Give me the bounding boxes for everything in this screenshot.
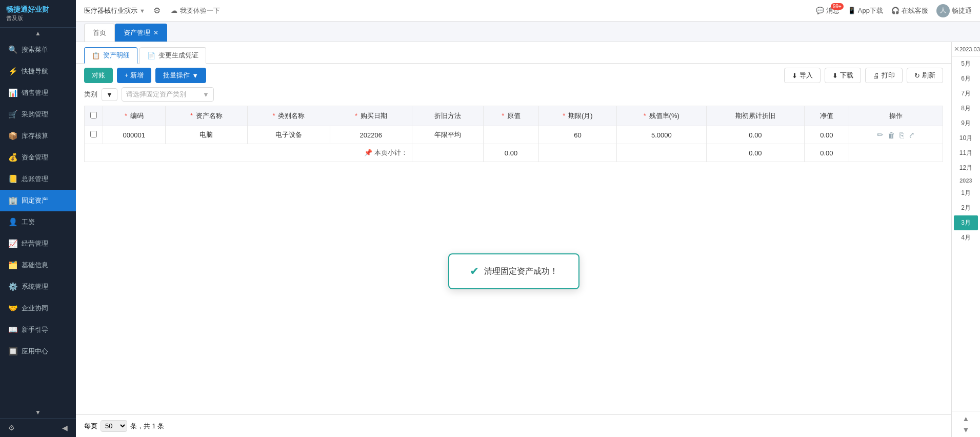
sidebar-item-operations[interactable]: 📈 经营管理: [0, 233, 76, 254]
sidebar-item-label: 新手引导: [22, 325, 48, 334]
category-select[interactable]: ▼: [102, 88, 117, 101]
header-depreciation-method: 折旧方法: [412, 106, 484, 126]
asset-table: * 编码 * 资产名称 * 类别名称: [84, 106, 943, 162]
sidebar-item-search[interactable]: 🔍 搜索菜单: [0, 39, 76, 61]
sidebar-item-fixed-assets[interactable]: 🏢 固定资产: [0, 190, 76, 211]
tab-asset-label: 资产管理: [124, 28, 150, 37]
sidebar-item-app-center[interactable]: 🔲 应用中心: [0, 341, 76, 362]
service-btn[interactable]: 🎧 在线客服: [891, 6, 928, 15]
sidebar-item-guide[interactable]: 📖 新手引导: [0, 319, 76, 341]
more-icon[interactable]: ⤤: [908, 130, 915, 140]
user-area[interactable]: 人 畅捷通: [936, 4, 972, 17]
import-btn[interactable]: ⬇ 导入: [784, 68, 821, 83]
sidebar-scroll-down[interactable]: ▼: [0, 407, 76, 418]
timeline-month-10[interactable]: 10月: [952, 131, 980, 146]
copy-icon[interactable]: ⎘: [899, 131, 904, 140]
experience-btn[interactable]: ☁ 我要体验一下: [171, 6, 220, 15]
settings-bottom-icon[interactable]: ⚙: [8, 424, 15, 432]
row-actions: ✏ 🗑 ⎘ ⤤: [849, 126, 943, 144]
sidebar-item-sales[interactable]: 📊 销售管理: [0, 82, 76, 104]
sidebar: 畅捷通好业财 普及版 ▲ 🔍 搜索菜单 ⚡ 快捷导航 📊 销售管理 🛒 采购管理…: [0, 0, 76, 437]
purchase-icon: 🛒: [8, 110, 17, 119]
refresh-btn[interactable]: ↻ 刷新: [907, 68, 943, 83]
select-all-checkbox[interactable]: [90, 112, 97, 118]
sidebar-item-inventory[interactable]: 📦 库存核算: [0, 125, 76, 147]
row-category: 电子设备: [248, 126, 330, 144]
download-btn[interactable]: ⬇ 下载: [825, 68, 861, 83]
batch-label: 批量操作: [163, 71, 190, 80]
header-category: * 类别名称: [248, 106, 330, 126]
toolbar: 对账 + 新增 批量操作 ▼ ⬇ 导入 ⬇ 下载 🖨: [76, 64, 951, 87]
download-icon: ⬇: [832, 72, 838, 80]
sub-tab-change-voucher[interactable]: 📄 变更生成凭证: [139, 47, 206, 64]
topbar-right: 💬 消息 99+ 📱 App下载 🎧 在线客服 人 畅捷通: [816, 4, 972, 17]
app-center-icon: 🔲: [8, 347, 17, 356]
timeline-month-4[interactable]: 4月: [952, 230, 980, 245]
category-input[interactable]: 请选择固定资产类别 ▼: [122, 87, 214, 102]
timeline-up-icon[interactable]: ▲: [963, 414, 970, 423]
sidebar-item-capital[interactable]: 💰 资金管理: [0, 147, 76, 168]
sidebar-item-label: 搜索菜单: [22, 45, 48, 54]
row-name: 电脑: [165, 126, 247, 144]
print-icon: 🖨: [873, 72, 879, 80]
sidebar-item-system[interactable]: ⚙️ 系统管理: [0, 276, 76, 297]
company-selector[interactable]: 医疗器械行业演示 ▼: [84, 6, 145, 15]
download-label: 下载: [840, 71, 853, 80]
timeline-month-2[interactable]: 2月: [952, 201, 980, 215]
timeline-month-8[interactable]: 8月: [952, 101, 980, 116]
service-label: 在线客服: [902, 6, 928, 15]
row-checkbox-cell: [85, 126, 103, 144]
timeline-month-12[interactable]: 12月: [952, 161, 980, 175]
tab-close-icon[interactable]: ✕: [153, 29, 158, 36]
timeline-bottom: ▲ ▼: [952, 411, 980, 437]
topbar: 医疗器械行业演示 ▼ ⚙ ☁ 我要体验一下 💬 消息 99+ 📱 App下载 🎧…: [76, 0, 980, 22]
basic-info-icon: 🗂️: [8, 261, 17, 270]
timeline-month-3-active[interactable]: 3月: [954, 215, 978, 230]
sidebar-item-purchase[interactable]: 🛒 采购管理: [0, 104, 76, 125]
sidebar-item-basic-info[interactable]: 🗂️ 基础信息: [0, 254, 76, 276]
timeline-close-icon[interactable]: ✕: [954, 45, 959, 53]
sidebar-item-payroll[interactable]: 👤 工资: [0, 211, 76, 233]
tab-asset-mgmt[interactable]: 资产管理 ✕: [115, 24, 167, 42]
edit-icon[interactable]: ✏: [877, 130, 884, 140]
per-page-select[interactable]: 10 20 50 100: [101, 420, 127, 432]
timeline-month-1[interactable]: 1月: [952, 186, 980, 201]
sidebar-item-cooperation[interactable]: 🤝 企业协同: [0, 297, 76, 319]
timeline-month-9[interactable]: 9月: [952, 116, 980, 131]
new-btn[interactable]: + 新增: [117, 68, 151, 83]
timeline-month-11[interactable]: 11月: [952, 146, 980, 161]
user-name: 畅捷通: [952, 6, 972, 15]
print-btn[interactable]: 🖨 打印: [865, 68, 903, 83]
row-initial-accumulated: 0.00: [706, 126, 804, 144]
collapse-icon[interactable]: ◀: [62, 424, 68, 432]
company-chevron-icon: ▼: [139, 8, 145, 14]
tab-home[interactable]: 首页: [84, 24, 115, 42]
topbar-settings-icon[interactable]: ⚙: [153, 6, 161, 15]
message-btn[interactable]: 💬 消息 99+: [816, 6, 839, 15]
delete-icon[interactable]: 🗑: [888, 131, 895, 140]
toolbar-right: ⬇ 导入 ⬇ 下载 🖨 打印 ↻ 刷新: [784, 68, 943, 83]
account-btn[interactable]: 对账: [84, 68, 113, 83]
subtotal-label: 本页小计：: [374, 149, 408, 156]
header-purchase-date: * 购买日期: [330, 106, 412, 126]
sub-tab-asset-detail[interactable]: 📋 资产明细: [84, 47, 137, 64]
sub-tab-change-voucher-label: 变更生成凭证: [158, 51, 198, 60]
timeline-month-7[interactable]: 7月: [952, 86, 980, 101]
sidebar-item-label: 资金管理: [22, 153, 48, 162]
row-checkbox[interactable]: [90, 131, 97, 137]
app-download-btn[interactable]: 📱 App下载: [848, 6, 883, 15]
sidebar-item-label: 系统管理: [22, 282, 48, 291]
timeline-month-6[interactable]: 6月: [952, 71, 980, 86]
timeline-down-icon[interactable]: ▼: [963, 426, 970, 434]
sidebar-item-ledger[interactable]: 📒 总账管理: [0, 168, 76, 190]
app-subtitle: 普及版: [6, 14, 70, 22]
batch-btn[interactable]: 批量操作 ▼: [155, 68, 206, 83]
sidebar-item-quick-nav[interactable]: ⚡ 快捷导航: [0, 61, 76, 82]
sidebar-bottom: ⚙ ◀: [0, 418, 76, 437]
timeline-month-5[interactable]: 5月: [952, 56, 980, 71]
sidebar-scroll-up[interactable]: ▲: [0, 28, 76, 39]
sidebar-item-label: 固定资产: [22, 196, 48, 205]
row-purchase-date: 202206: [330, 126, 412, 144]
row-net-value: 0.00: [805, 126, 849, 144]
subtotal-period: [539, 144, 617, 162]
